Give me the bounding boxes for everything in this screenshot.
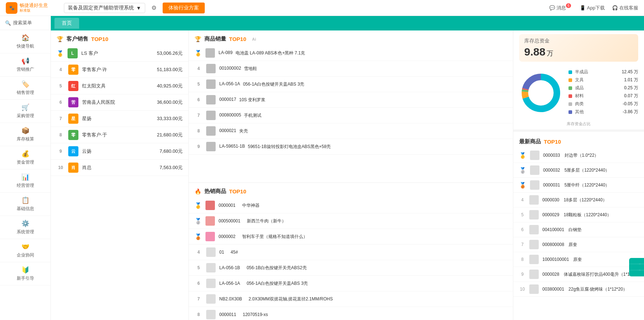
customer-rank-panel: 🏆 客户销售 TOP10 🥇 L LS 客户 53,006.26元 4 零 零售… <box>51 30 189 320</box>
cart-icon: 🛒 <box>21 103 29 111</box>
medal-icon: 🥉 <box>195 233 202 240</box>
logo-area: 🐾 畅捷通好生意 标准版 <box>6 2 57 14</box>
sidebar-item-finance[interactable]: 💰 资金管理 <box>0 146 50 169</box>
box-icon: 📦 <box>21 127 29 135</box>
sidebar-item-inventory[interactable]: 📦 库存核算 <box>0 123 50 146</box>
donut-chart <box>519 71 563 115</box>
search-menu-item[interactable]: 🔍 搜索菜单 <box>0 16 50 30</box>
message-label: 消息 <box>557 5 566 11</box>
sidebar-item-label: 基础信息 <box>17 206 34 212</box>
sidebar-item-label: 资金管理 <box>17 159 34 165</box>
sidebar-item-enterprise[interactable]: 🤝 企业协同 <box>0 239 50 262</box>
product-thumb <box>205 201 215 210</box>
logo-icon: 🐾 <box>6 2 17 14</box>
tab-bar: 首页 <box>51 16 644 30</box>
ai-badge: Ai <box>252 37 256 41</box>
product-thumb <box>529 195 539 205</box>
avatar: 肖 <box>68 163 78 173</box>
list-item: 🥇 0000001 中华神器 <box>189 198 513 213</box>
float-customer-service: 客服热线 服务社区 直播 <box>629 258 644 276</box>
tab-home[interactable]: 首页 <box>54 18 79 29</box>
legend-dot <box>568 110 572 114</box>
sidebar-item-label: 快捷导航 <box>17 43 34 49</box>
sidebar-item-sales[interactable]: 🏷️ 销售管理 <box>0 77 50 100</box>
list-item: 5 LA-056-1B 056-1B白色按键开关壳ABS2壳 <box>189 260 513 276</box>
list-item: 4 0000030 18多层（1220*2440） <box>513 193 644 208</box>
list-item: 🥇 LA-089 电池盖 LA-089 ABS本色+黑种 7.1克 <box>189 45 513 61</box>
medal-icon: 🥇 <box>195 202 202 209</box>
trial-button[interactable]: 体验行业方案 <box>163 3 205 13</box>
sidebar-item-guide[interactable]: 🔰 新手引导 <box>0 262 50 286</box>
list-icon: 📋 <box>21 196 29 204</box>
sidebar-item-purchase[interactable]: 🛒 采购管理 <box>0 100 50 123</box>
product-thumb <box>529 240 539 249</box>
list-item: 10 003800001 22g鱼豆腐·烧烤味（1*12*20） <box>513 282 644 297</box>
sidebar-item-label: 经营管理 <box>17 182 34 189</box>
avatar: 红 <box>68 81 78 91</box>
sidebar-item-quick-nav[interactable]: 🏠 快捷导航 <box>0 30 50 53</box>
legend-dot <box>568 86 572 90</box>
list-item: 5 LA-056-1A 056-1A白色按键开关盖ABS 3壳 <box>189 77 513 92</box>
product-thumb <box>206 247 216 257</box>
system-selector[interactable]: 装备及固定资产辅助管理系统 ▼ <box>64 3 145 13</box>
product-thumb <box>206 263 216 272</box>
sidebar-item-basic[interactable]: 📋 基础信息 <box>0 193 50 216</box>
table-row: 4 零 零售客户·许 51,183.00元 <box>51 62 188 78</box>
list-item: 6 004100001 白钢垫 <box>513 222 644 237</box>
message-button[interactable]: 💬 消息 6 <box>549 5 572 11</box>
medal-icon: 🥇 <box>519 152 526 159</box>
legend-item-other: 其他 -3.86 万 <box>568 109 638 115</box>
product-thumb <box>529 210 539 220</box>
logo-sub: 标准版 <box>20 8 48 13</box>
list-item: 6 0000017 10S 变利罗浆 <box>189 92 513 108</box>
stock-amount-row: 9.88 万 <box>524 46 633 58</box>
list-item: 9 0000028 体诚嘉枚味苏打饮品400毫升（1*15） <box>513 267 644 282</box>
medal-icon: 🥇 <box>195 50 202 57</box>
live-button[interactable]: 直播 <box>629 270 644 276</box>
message-icon: 💬 <box>549 5 555 11</box>
top-header: 🐾 畅捷通好生意 标准版 装备及固定资产辅助管理系统 ▼ ⚙ 体验行业方案 💬 … <box>0 0 644 16</box>
app-download-label: App下载 <box>587 5 605 11</box>
list-item: 🥉 0000002 智利车子里（规格不知道填什么） <box>189 229 513 245</box>
legend-item-material: 材料 0.07 万 <box>568 93 638 99</box>
list-item: 9 LA-59651-1B 59651-1B旋转投影灯电池盒ABS黑色+58壳 <box>189 139 513 155</box>
system-name: 装备及固定资产辅助管理系统 <box>68 5 134 11</box>
list-item: 🥉 0000031 5厘中纤（1220*2440） <box>513 178 644 193</box>
product-thumb <box>205 48 215 58</box>
sidebar-item-label: 企业协同 <box>17 252 34 258</box>
product-thumb <box>205 216 215 226</box>
list-item: 4 01 45# <box>189 245 513 260</box>
table-row: 6 苦 苦南县人民医院 36,600.00元 <box>51 94 188 111</box>
legend-item-stationery: 文具 1.01 万 <box>568 77 638 83</box>
main-layout: 🔍 搜索菜单 🏠 快捷导航 📢 营销推广 🏷️ 销售管理 🛒 采购管理 📦 库存… <box>0 16 644 320</box>
avatar: 星 <box>68 114 78 124</box>
product-thumb <box>206 95 216 104</box>
table-row: 9 云 云扬 7,680.00元 <box>51 143 188 160</box>
sidebar-item-marketing[interactable]: 📢 营销推广 <box>0 53 50 77</box>
new-products-section: 最新商品 TOP10 🥇 0000033 封边带（1.0*22） 🥈 00000… <box>513 130 644 297</box>
header-right: 💬 消息 6 📱 App下载 🎧 在线客服 <box>549 5 638 11</box>
avatar: 云 <box>68 146 78 156</box>
product-thumb <box>529 284 539 294</box>
list-item: 7 NB2.0X30B 2.0X30MM双搓花轴,搓花直径2.1MM/ROHS <box>189 291 513 307</box>
search-icon: 🔍 <box>5 20 11 26</box>
headset-icon: 🎧 <box>612 5 618 11</box>
sidebar-item-label: 营销推广 <box>17 66 34 73</box>
gear-button[interactable]: ⚙ <box>149 3 159 13</box>
list-item: 7 000800005 手机测试 <box>189 108 513 123</box>
service-community-button[interactable]: 服务社区 <box>629 264 644 270</box>
product-thumb <box>530 151 539 160</box>
avatar: 苦 <box>68 97 78 107</box>
product-thumb <box>206 79 216 89</box>
online-service-button[interactable]: 🎧 在线客服 <box>612 5 638 11</box>
tag-icon: 🏷️ <box>21 80 29 88</box>
sidebar-item-operation[interactable]: 📊 经营管理 <box>0 169 50 193</box>
right-panel: 库存总资金 9.88 万 <box>513 30 644 320</box>
app-download-button[interactable]: 📱 App下载 <box>580 5 605 11</box>
stock-highlight: 库存总资金 9.88 万 <box>519 34 638 62</box>
cs-hotline-button[interactable]: 客服热线 <box>629 258 644 264</box>
sidebar-item-system[interactable]: ⚙️ 系统管理 <box>0 216 50 239</box>
message-badge: 6 <box>566 3 571 8</box>
product-thumb <box>206 111 216 120</box>
list-item: 7 000800008 原奎 <box>513 237 644 252</box>
